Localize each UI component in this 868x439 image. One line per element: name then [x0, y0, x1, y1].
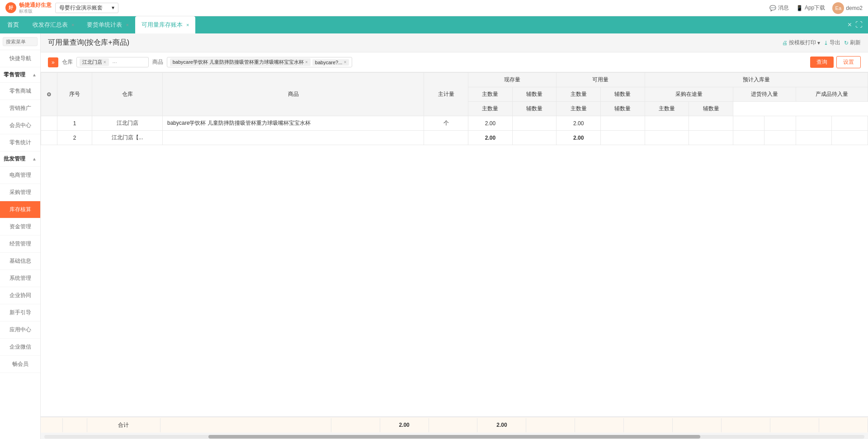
sidebar-item-inventory[interactable]: 库存核算 — [0, 201, 40, 218]
tab-available-stock[interactable]: 可用量库存账本 × — [135, 16, 195, 33]
refresh-button[interactable]: ↻ 刷新 — [844, 39, 861, 47]
row-avail-main-1: 2.00 — [557, 131, 601, 145]
row-ip-aux-1 — [764, 131, 796, 145]
product-tag-1-close[interactable]: × — [305, 60, 308, 65]
footer-stock-main: 2.00 — [380, 418, 429, 432]
row-pt-main-1 — [645, 131, 689, 145]
tab-close-order[interactable]: × — [126, 22, 128, 28]
tab-close-stock[interactable]: × — [186, 22, 189, 28]
row-stock-main-1: 2.00 — [468, 131, 513, 145]
top-bar-left: 好 畅捷通好生意 标准版 母婴行业演示账套 ▾ — [5, 2, 118, 14]
logo-text: 畅捷通好生意 — [19, 2, 52, 8]
message-icon: 💬 — [769, 5, 776, 11]
logo-sub: 标准版 — [19, 9, 52, 14]
product-filter-input[interactable]: babycare学饮杯 儿童防摔防撞吸管杯重力球吸嘴杯宝宝水杯 × babyca… — [167, 57, 353, 67]
table-footer: 合计 2.00 2.00 — [41, 416, 868, 433]
sidebar-item-retail-mgmt[interactable]: 零售管理 ▲ — [0, 67, 40, 83]
print-icon: 🖨 — [782, 40, 788, 46]
row-unit-0: 个 — [424, 116, 468, 131]
col-finished-pending: 产成品待入量 — [796, 87, 868, 102]
sidebar-item-retail-mall[interactable]: 零售商城 — [0, 83, 40, 100]
sidebar-item-newbie[interactable]: 新手引导 — [0, 304, 40, 321]
scrollbar-inner — [44, 435, 864, 439]
user-label: demo2 — [846, 5, 863, 11]
export-button[interactable]: ⤓ 导出 — [824, 39, 840, 47]
footer-fp-main — [770, 418, 819, 432]
sidebar-search-area — [0, 33, 40, 50]
sidebar-item-ecommerce[interactable]: 电商管理 — [0, 167, 40, 184]
footer-table: 合计 2.00 2.00 — [41, 418, 868, 432]
settings-button[interactable]: 设置 — [836, 56, 861, 68]
message-action[interactable]: 💬 消息 — [769, 4, 789, 12]
footer-empty-1 — [41, 418, 63, 432]
warehouse-more-icon[interactable]: ··· — [111, 59, 119, 66]
sidebar-item-operations[interactable]: 经营管理 — [0, 236, 40, 253]
scrollbar-track[interactable] — [41, 433, 868, 439]
nav-close-btn[interactable]: × — [848, 21, 852, 29]
sidebar-item-finance[interactable]: 资金管理 — [0, 218, 40, 236]
row-product-1 — [162, 131, 424, 145]
row-pt-aux-0 — [689, 116, 733, 131]
tab-order-stats[interactable]: 要货单统计表 × — [80, 16, 135, 33]
arrow-icon: ▲ — [32, 72, 37, 77]
filter-actions: 查询 设置 — [810, 56, 861, 68]
row-unit-1 — [424, 131, 468, 145]
row-ip-main-1 — [733, 131, 764, 145]
page-header: 可用量查询(按仓库+商品) 🖨 按模板打印 ▾ ⤓ 导出 ↻ 刷新 — [41, 33, 868, 52]
scrollbar-thumb[interactable] — [208, 435, 700, 439]
data-table: ⚙ 序号 仓库 商品 主计量 现存量 可用量 预计入库量 主数量 辅数量 主数量… — [41, 72, 868, 145]
sidebar-item-marketing[interactable]: 营销推广 — [0, 100, 40, 117]
sidebar-item-retail-stats[interactable]: 零售统计 — [0, 134, 40, 151]
warehouse-filter-input[interactable]: 江北门店 × ··· — [76, 57, 149, 67]
product-tag-1: babycare学饮杯 儿童防摔防撞吸管杯重力球吸嘴杯宝宝水杯 × — [170, 58, 311, 66]
sidebar-item-enterprise[interactable]: 企业协同 — [0, 287, 40, 304]
row-ip-main-0 — [733, 116, 764, 131]
col-available: 可用量 — [557, 73, 645, 87]
row-fp-aux-0 — [832, 116, 868, 131]
top-bar-right: 💬 消息 📱 App下载 Ea demo2 — [769, 2, 863, 14]
product-tag-2: babycare?... × — [312, 59, 349, 66]
nav-fullscreen-btn[interactable]: ⛶ — [855, 21, 863, 29]
row-product-0: babycare学饮杯 儿童防摔防撞吸管杯重力球吸嘴杯宝宝水杯 — [162, 116, 424, 131]
industry-select[interactable]: 母婴行业演示账套 ▾ — [55, 3, 118, 13]
sidebar-item-purchase[interactable]: 采购管理 — [0, 184, 40, 201]
main-layout: 快捷导航 零售管理 ▲ 零售商城 营销推广 会员中心 零售统计 批发管理 ▲ 电… — [0, 33, 868, 439]
sidebar-item-wechat[interactable]: 企业微信 — [0, 339, 40, 356]
export-icon: ⤓ — [824, 40, 828, 46]
tab-home[interactable]: 首页 — [0, 16, 26, 33]
sidebar-item-basic-info[interactable]: 基础信息 — [0, 253, 40, 270]
col-unit: 主计量 — [424, 73, 468, 116]
warehouse-tag-close[interactable]: × — [104, 60, 106, 65]
app-download-action[interactable]: 📱 App下载 — [796, 4, 825, 12]
row-index-0: 1 — [57, 116, 92, 131]
col-settings[interactable]: ⚙ — [41, 73, 57, 116]
row-ip-aux-0 — [764, 116, 796, 131]
footer-ip-main — [673, 418, 722, 432]
row-avail-main-0: 2.00 — [557, 116, 601, 131]
filter-toggle-button[interactable]: » — [48, 57, 58, 67]
tab-close-receive[interactable]: × — [71, 22, 74, 28]
footer-stock-aux — [429, 418, 477, 432]
footer-ip-aux — [722, 418, 770, 432]
sidebar-item-member[interactable]: 会员中心 — [0, 117, 40, 134]
industry-label: 母婴行业演示账套 — [59, 4, 103, 12]
logo-area: 好 畅捷通好生意 标准版 — [5, 2, 52, 14]
sidebar-item-app-center[interactable]: 应用中心 — [0, 321, 40, 339]
query-button[interactable]: 查询 — [810, 57, 834, 68]
col-index: 序号 — [57, 73, 92, 116]
sidebar-item-system[interactable]: 系统管理 — [0, 270, 40, 287]
warehouse-tag: 江北门店 × — [80, 58, 109, 66]
sidebar-item-quick-nav[interactable]: 快捷导航 — [0, 50, 40, 67]
arrow-icon-2: ▲ — [32, 156, 37, 161]
footer-avail-main: 2.00 — [477, 418, 526, 432]
user-action[interactable]: Ea demo2 — [832, 2, 863, 14]
sidebar-item-wholesale-mgmt[interactable]: 批发管理 ▲ — [0, 151, 40, 167]
content-area: 可用量查询(按仓库+商品) 🖨 按模板打印 ▾ ⤓ 导出 ↻ 刷新 » — [41, 33, 868, 439]
page-actions: 🖨 按模板打印 ▾ ⤓ 导出 ↻ 刷新 — [782, 39, 861, 47]
top-bar: 好 畅捷通好生意 标准版 母婴行业演示账套 ▾ 💬 消息 📱 App下载 Ea … — [0, 0, 868, 16]
product-tag-2-close[interactable]: × — [344, 60, 346, 65]
search-input[interactable] — [3, 37, 38, 46]
print-button[interactable]: 🖨 按模板打印 ▾ — [782, 39, 820, 47]
tab-receive-summary[interactable]: 收发存汇总表 × — [26, 16, 80, 33]
sidebar-item-member2[interactable]: 畅会员 — [0, 356, 40, 373]
